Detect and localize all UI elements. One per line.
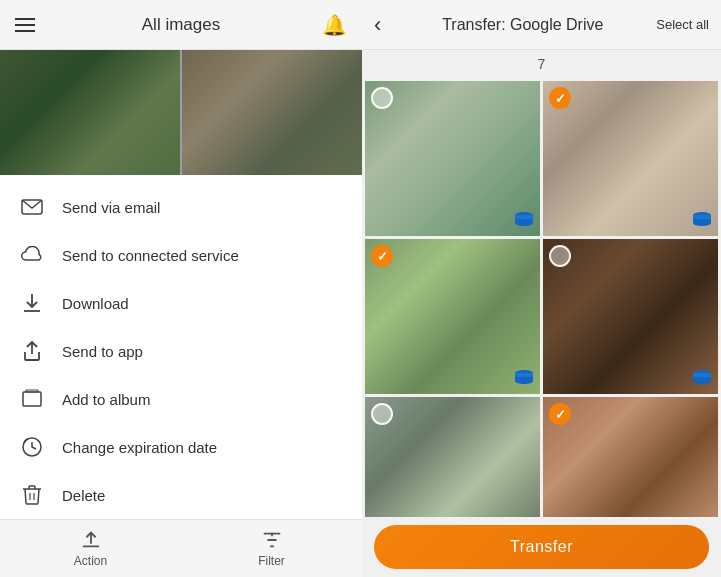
menu-label-add-album: Add to album: [62, 391, 150, 408]
right-header: ‹ Transfer: Google Drive Select all: [362, 0, 721, 50]
photo-count: 7: [362, 50, 721, 78]
check-circle-6[interactable]: [549, 403, 571, 425]
menu-item-add-album[interactable]: Add to album: [0, 375, 362, 423]
photo-db-icon-1: [513, 211, 535, 231]
menu-item-delete[interactable]: Delete: [0, 471, 362, 519]
menu-label-delete: Delete: [62, 487, 105, 504]
context-menu: Send via email Send to connected service…: [0, 175, 362, 527]
photo-cell-3[interactable]: [365, 239, 540, 394]
photo-db-icon-2: [691, 211, 713, 231]
transfer-button[interactable]: Transfer: [374, 525, 709, 569]
cloud-icon: [20, 243, 44, 267]
action-icon: [80, 529, 102, 551]
select-all-button[interactable]: Select all: [656, 17, 709, 32]
expiration-icon: [20, 435, 44, 459]
menu-label-download: Download: [62, 295, 129, 312]
photo-db-icon-4: [691, 369, 713, 389]
menu-item-send-email[interactable]: Send via email: [0, 183, 362, 231]
check-circle-1[interactable]: [371, 87, 393, 109]
bell-icon[interactable]: 🔔: [322, 13, 347, 37]
action-label: Action: [74, 554, 107, 568]
check-circle-3[interactable]: [371, 245, 393, 267]
right-panel: ‹ Transfer: Google Drive Select all 7: [362, 0, 721, 577]
menu-item-download[interactable]: Download: [0, 279, 362, 327]
menu-icon[interactable]: [15, 18, 35, 32]
photo-cell-5[interactable]: [365, 397, 540, 517]
photo-db-icon-3: [513, 369, 535, 389]
menu-item-send-connected[interactable]: Send to connected service: [0, 231, 362, 279]
svg-rect-4: [23, 392, 41, 406]
menu-item-change-expiration[interactable]: Change expiration date: [0, 423, 362, 471]
filter-button[interactable]: Filter: [232, 529, 312, 568]
right-title: Transfer: Google Drive: [389, 16, 656, 34]
download-icon: [20, 291, 44, 315]
svg-marker-10: [271, 533, 273, 537]
filter-label: Filter: [258, 554, 285, 568]
action-button[interactable]: Action: [51, 529, 131, 568]
photo-cell-6[interactable]: [543, 397, 718, 517]
photo-cell-4[interactable]: [543, 239, 718, 394]
menu-label-send-app: Send to app: [62, 343, 143, 360]
photo-cell-2[interactable]: [543, 81, 718, 236]
share-icon: [20, 339, 44, 363]
svg-rect-5: [26, 390, 38, 392]
left-header: All images 🔔: [0, 0, 362, 50]
menu-item-send-app[interactable]: Send to app: [0, 327, 362, 375]
check-circle-4[interactable]: [549, 245, 571, 267]
photos-grid: [362, 78, 721, 517]
check-circle-5[interactable]: [371, 403, 393, 425]
check-circle-2[interactable]: [549, 87, 571, 109]
email-icon: [20, 195, 44, 219]
back-button[interactable]: ‹: [374, 12, 389, 38]
album-icon: [20, 387, 44, 411]
filter-icon: [261, 529, 283, 551]
menu-label-send-email: Send via email: [62, 199, 160, 216]
menu-label-send-connected: Send to connected service: [62, 247, 239, 264]
transfer-bar: Transfer: [362, 517, 721, 577]
left-panel: All images 🔔: [0, 0, 362, 577]
photo-cell-1[interactable]: [365, 81, 540, 236]
bottom-toolbar: Action Filter: [0, 519, 362, 577]
left-title: All images: [142, 15, 220, 35]
svg-rect-9: [82, 546, 99, 548]
menu-label-change-expiration: Change expiration date: [62, 439, 217, 456]
trash-icon: [20, 483, 44, 507]
